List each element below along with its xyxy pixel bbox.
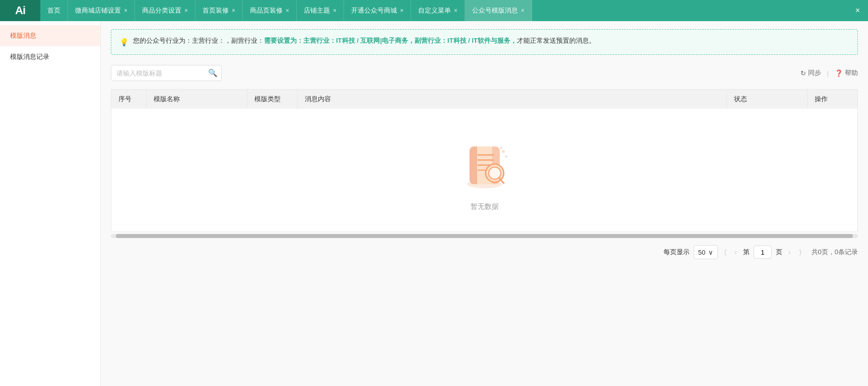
toolbar-right: ↻ 同步 | ❓ 帮助 <box>800 68 858 78</box>
help-icon: ❓ <box>835 69 843 77</box>
nav-tab-template-msg[interactable]: 公众号模版消息 × <box>465 0 532 21</box>
table-col-name: 模版名称 <box>147 90 247 109</box>
prev-page-button[interactable]: ‹ <box>732 247 739 257</box>
empty-text: 暂无数据 <box>471 202 499 211</box>
search-button[interactable]: 🔍 <box>208 68 218 78</box>
nav-tab-custom-menu[interactable]: 自定义菜单 × <box>411 0 465 21</box>
total-label: 共0页，0条记录 <box>812 248 858 257</box>
nav-tab-shop-settings[interactable]: 微商城店铺设置 × <box>68 0 135 21</box>
scrollbar-track[interactable] <box>111 234 858 238</box>
nav-tabs: 首页微商城店铺设置 ×商品分类设置 ×首页装修 ×商品页装修 ×店铺主题 ×开通… <box>40 0 847 21</box>
nav-tab-open-mall[interactable]: 开通公众号商城 × <box>344 0 411 21</box>
empty-state: 暂无数据 <box>111 109 857 231</box>
page-suffix: 页 <box>776 248 782 257</box>
sidebar-item-template-record[interactable]: 模版消息记录 <box>0 46 100 67</box>
info-banner-text-before: 您的公众号行业为：主营行业：，副营行业： <box>133 37 264 44</box>
chevron-down-icon: ∨ <box>708 249 713 256</box>
content-area: 💡 您的公众号行业为：主营行业：，副营行业：需要设置为：主营行业：IT科技 / … <box>101 21 868 386</box>
info-banner-text-after: 才能正常发送预置的消息。 <box>517 37 595 44</box>
page-input[interactable] <box>754 246 772 259</box>
per-page-value: 50 <box>698 249 705 256</box>
nav-tab-close-shop-settings[interactable]: × <box>124 7 127 14</box>
logo: Ai <box>0 0 40 21</box>
nav-tab-close-open-mall[interactable]: × <box>400 7 404 14</box>
toolbar-divider: | <box>827 69 829 77</box>
sidebar: 模版消息模版消息记录 <box>0 21 101 386</box>
nav-tab-close-shop-theme[interactable]: × <box>333 7 337 14</box>
nav-tab-label-homepage-decor: 首页装修 <box>203 6 229 15</box>
nav-tab-label-custom-menu: 自定义菜单 <box>418 6 451 15</box>
nav-tab-label-category-settings: 商品分类设置 <box>142 6 181 15</box>
bulb-icon: 💡 <box>119 36 129 48</box>
svg-point-10 <box>505 156 507 158</box>
nav-tab-label-product-decor: 商品页装修 <box>250 6 283 15</box>
table-col-seq: 序号 <box>111 90 147 109</box>
nav-tab-home[interactable]: 首页 <box>40 0 68 21</box>
nav-tab-product-decor[interactable]: 商品页装修 × <box>243 0 297 21</box>
nav-tab-shop-theme[interactable]: 店铺主题 × <box>297 0 344 21</box>
scrollbar-thumb[interactable] <box>116 234 853 238</box>
nav-tab-close-category-settings[interactable]: × <box>184 7 188 14</box>
info-banner-text-highlight: 需要设置为：主营行业：IT科技 / 互联网|电子商务，副营行业：IT科技 / I… <box>264 37 517 44</box>
pagination: 每页显示 50 ∨ ⟨ ‹ 第 页 › ⟩ 共0页，0条记录 <box>111 240 858 261</box>
nav-tab-label-shop-theme: 店铺主题 <box>304 6 330 15</box>
main-layout: 模版消息模版消息记录 💡 您的公众号行业为：主营行业：，副营行业：需要设置为：主… <box>0 21 868 386</box>
nav-tab-homepage-decor[interactable]: 首页装修 × <box>195 0 243 21</box>
svg-point-11 <box>500 147 502 149</box>
info-banner-text: 您的公众号行业为：主营行业：，副营行业：需要设置为：主营行业：IT科技 / 互联… <box>133 36 595 46</box>
table-col-status: 状态 <box>727 90 808 109</box>
table-col-content: 消息内容 <box>298 90 727 109</box>
logo-text: Ai <box>15 4 25 17</box>
close-all-button[interactable]: × <box>847 6 868 15</box>
sidebar-item-template-msg[interactable]: 模版消息 <box>0 25 100 46</box>
sync-button[interactable]: ↻ 同步 <box>800 68 821 78</box>
table-header-row: 序号模版名称模版类型消息内容状态操作 <box>111 90 858 109</box>
nav-tab-close-homepage-decor[interactable]: × <box>232 7 235 14</box>
nav-tab-category-settings[interactable]: 商品分类设置 × <box>135 0 195 21</box>
search-input[interactable] <box>111 65 222 81</box>
info-banner: 💡 您的公众号行业为：主营行业：，副营行业：需要设置为：主营行业：IT科技 / … <box>111 29 858 55</box>
top-nav: Ai 首页微商城店铺设置 ×商品分类设置 ×首页装修 ×商品页装修 ×店铺主题 … <box>0 0 868 21</box>
per-page-select[interactable]: 50 ∨ <box>694 245 718 259</box>
nav-tab-label-home: 首页 <box>47 6 60 15</box>
page-prefix: 第 <box>743 248 750 257</box>
data-table: 序号模版名称模版类型消息内容状态操作 <box>111 89 858 232</box>
search-input-wrap: 🔍 <box>111 65 222 81</box>
svg-point-9 <box>502 150 505 153</box>
per-page-label: 每页显示 <box>663 248 690 257</box>
first-page-button[interactable]: ⟨ <box>722 247 728 257</box>
help-button[interactable]: ❓ 帮助 <box>835 68 858 78</box>
nav-tab-label-shop-settings: 微商城店铺设置 <box>75 6 121 15</box>
nav-tab-label-open-mall: 开通公众号商城 <box>351 6 397 15</box>
help-label: 帮助 <box>845 68 858 78</box>
next-page-button[interactable]: › <box>786 247 793 257</box>
nav-tab-close-template-msg[interactable]: × <box>521 7 524 14</box>
empty-illustration <box>457 139 512 194</box>
nav-tab-close-custom-menu[interactable]: × <box>454 7 457 14</box>
nav-tab-close-product-decor[interactable]: × <box>286 7 289 14</box>
nav-tab-label-template-msg: 公众号模版消息 <box>472 6 518 15</box>
sync-label: 同步 <box>808 68 821 78</box>
table-col-type: 模版类型 <box>247 90 298 109</box>
search-bar: 🔍 ↻ 同步 | ❓ 帮助 <box>111 65 858 81</box>
table-col-action: 操作 <box>808 90 858 109</box>
last-page-button[interactable]: ⟩ <box>797 247 804 257</box>
sync-icon: ↻ <box>800 69 806 77</box>
